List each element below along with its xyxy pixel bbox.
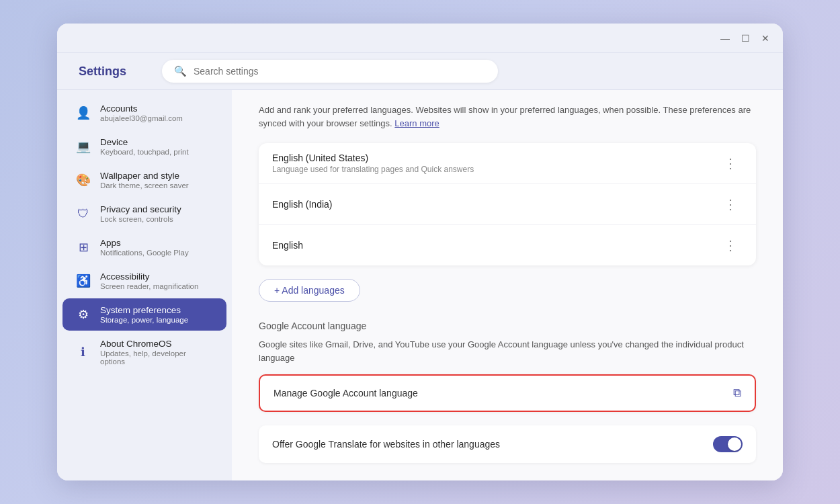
sidebar-item-device[interactable]: 💻 Device Keyboard, touchpad, print bbox=[62, 130, 226, 163]
language-name-us: English (United States) bbox=[272, 153, 474, 163]
close-button[interactable]: ✕ bbox=[759, 32, 772, 45]
sidebar-item-privacy[interactable]: 🛡 Privacy and security Lock screen, cont… bbox=[62, 198, 226, 230]
language-list: English (United States) Language used fo… bbox=[259, 143, 756, 265]
apps-title: Apps bbox=[100, 238, 189, 248]
translate-label: Offer Google Translate for websites in o… bbox=[272, 439, 500, 450]
google-account-description: Google sites like Gmail, Drive, and YouT… bbox=[259, 338, 756, 365]
wallpaper-title: Wallpaper and style bbox=[100, 171, 189, 181]
accessibility-icon: ♿ bbox=[76, 274, 91, 288]
device-title: Device bbox=[100, 137, 189, 147]
sidebar-item-accounts[interactable]: 👤 Accounts abujaleel30@gmail.com bbox=[62, 97, 226, 129]
accounts-title: Accounts bbox=[100, 103, 183, 114]
system-title: System preferences bbox=[100, 305, 188, 315]
sidebar-item-system[interactable]: ⚙ System preferences Storage, power, lan… bbox=[62, 298, 226, 331]
wallpaper-subtitle: Dark theme, screen saver bbox=[100, 181, 189, 190]
apps-subtitle: Notifications, Google Play bbox=[100, 249, 189, 257]
about-icon: ℹ bbox=[76, 345, 91, 360]
apps-icon: ⊞ bbox=[76, 240, 91, 255]
settings-title: Settings bbox=[79, 65, 146, 79]
title-bar: — ☐ ✕ bbox=[57, 24, 783, 53]
privacy-subtitle: Lock screen, controls bbox=[100, 215, 181, 223]
language-subtitle-us: Language used for translating pages and … bbox=[272, 165, 474, 174]
translate-toggle[interactable] bbox=[713, 436, 743, 452]
privacy-icon: 🛡 bbox=[76, 207, 91, 221]
google-account-section-title: Google Account language bbox=[259, 321, 756, 331]
manage-account-row[interactable]: Manage Google Account language ⧉ bbox=[259, 374, 756, 412]
device-subtitle: Keyboard, touchpad, print bbox=[100, 148, 189, 156]
sidebar: 👤 Accounts abujaleel30@gmail.com 💻 Devic… bbox=[57, 90, 232, 480]
wallpaper-icon: 🎨 bbox=[76, 173, 91, 187]
manage-account-label: Manage Google Account language bbox=[274, 388, 418, 398]
accessibility-subtitle: Screen reader, magnification bbox=[100, 282, 198, 290]
search-icon: 🔍 bbox=[174, 65, 187, 77]
settings-window: — ☐ ✕ Settings 🔍 👤 Accounts abujaleel30@… bbox=[57, 24, 783, 480]
sidebar-item-accessibility[interactable]: ♿ Accessibility Screen reader, magnifica… bbox=[62, 265, 226, 297]
sidebar-item-wallpaper[interactable]: 🎨 Wallpaper and style Dark theme, screen… bbox=[62, 164, 226, 196]
learn-more-link[interactable]: Learn more bbox=[394, 118, 439, 128]
language-name-india: English (India) bbox=[272, 199, 333, 210]
more-menu-us[interactable]: ⋮ bbox=[718, 153, 743, 174]
languages-description: Add and rank your preferred languages. W… bbox=[259, 103, 756, 130]
search-bar: 🔍 bbox=[162, 60, 498, 83]
system-subtitle: Storage, power, language bbox=[100, 316, 188, 324]
language-item-english: English ⋮ bbox=[259, 225, 756, 265]
accounts-subtitle: abujaleel30@gmail.com bbox=[100, 114, 183, 122]
about-title: About ChromeOS bbox=[100, 339, 213, 349]
minimize-button[interactable]: — bbox=[718, 32, 732, 45]
privacy-title: Privacy and security bbox=[100, 204, 181, 214]
content-wrapper: Settings 🔍 👤 Accounts abujaleel30@gmail.… bbox=[57, 53, 783, 480]
system-icon: ⚙ bbox=[76, 307, 91, 322]
language-name-english: English bbox=[272, 240, 303, 251]
search-input[interactable] bbox=[194, 66, 486, 77]
more-menu-english[interactable]: ⋮ bbox=[718, 235, 743, 256]
language-item-us: English (United States) Language used fo… bbox=[259, 143, 756, 184]
main-content: Add and rank your preferred languages. W… bbox=[232, 90, 783, 480]
device-icon: 💻 bbox=[76, 139, 91, 154]
about-subtitle: Updates, help, developer options bbox=[100, 349, 213, 366]
body-area: 👤 Accounts abujaleel30@gmail.com 💻 Devic… bbox=[57, 90, 783, 480]
sidebar-item-about[interactable]: ℹ About ChromeOS Updates, help, develope… bbox=[62, 332, 226, 372]
sidebar-item-apps[interactable]: ⊞ Apps Notifications, Google Play bbox=[62, 231, 226, 263]
maximize-button[interactable]: ☐ bbox=[739, 32, 752, 45]
more-menu-india[interactable]: ⋮ bbox=[718, 194, 743, 215]
translate-row: Offer Google Translate for websites in o… bbox=[259, 425, 756, 463]
external-link-icon: ⧉ bbox=[733, 386, 741, 400]
header: Settings 🔍 bbox=[57, 53, 783, 90]
language-item-india: English (India) ⋮ bbox=[259, 184, 756, 225]
accounts-icon: 👤 bbox=[76, 106, 91, 120]
accessibility-title: Accessibility bbox=[100, 271, 198, 282]
add-languages-button[interactable]: + Add languages bbox=[259, 279, 360, 302]
